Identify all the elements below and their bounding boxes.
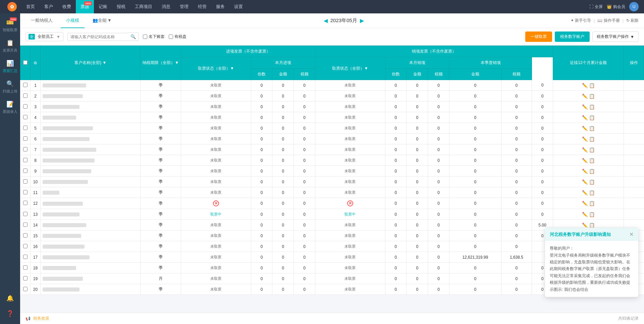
search-input[interactable] bbox=[67, 33, 128, 41]
nav-ticket[interactable]: 票据 new bbox=[76, 0, 94, 13]
nav-fee[interactable]: 收费 bbox=[58, 0, 76, 13]
nav-manage[interactable]: 管理 bbox=[175, 0, 193, 13]
op-copy-icon[interactable]: 📋 bbox=[589, 201, 595, 206]
user-avatar[interactable]: U bbox=[629, 2, 639, 11]
header-in-status[interactable]: 取票状态（全部）▼ bbox=[181, 57, 251, 80]
sidebar-item-invoice-open[interactable]: 📋 发票开具 bbox=[1, 37, 19, 56]
tax-digital-account-ops-button[interactable]: 税务数字账户操作 ▼ bbox=[592, 31, 639, 42]
nav-service[interactable]: 服务 bbox=[211, 0, 229, 13]
op-copy-icon[interactable]: 📋 bbox=[589, 126, 595, 131]
op-copy-icon[interactable]: 📋 bbox=[589, 222, 595, 228]
row-checkbox[interactable] bbox=[23, 276, 28, 280]
employee-select[interactable]: 全 全部员工 ▼ bbox=[25, 32, 63, 41]
op-edit-icon[interactable]: ✏️ bbox=[582, 83, 588, 88]
sidebar-item-scan-upload[interactable]: 🔍 扫描上传 bbox=[1, 77, 19, 96]
sub-tab-general-taxpayer[interactable]: 一般纳税人 bbox=[25, 13, 58, 28]
settings-col-icon[interactable]: ⚙ bbox=[34, 61, 37, 65]
sidebar-bottom-bell[interactable]: 🔔 bbox=[1, 292, 19, 305]
search-button[interactable]: 🔍 bbox=[128, 33, 139, 41]
nav-settings[interactable]: 设置 bbox=[229, 0, 248, 13]
row-checkbox[interactable] bbox=[23, 265, 28, 270]
sub-tab-small-scale[interactable]: 小规模 bbox=[61, 13, 85, 28]
date-prev-arrow[interactable]: ◀ bbox=[324, 17, 328, 24]
sidebar-bottom-help[interactable]: ❓ bbox=[1, 307, 19, 320]
operation-manual-link[interactable]: 📖 操作手册 bbox=[597, 18, 620, 23]
refresh-link[interactable]: ↻ 刷新 bbox=[626, 18, 639, 23]
op-edit-icon[interactable]: ✏️ bbox=[582, 212, 588, 217]
date-next-arrow[interactable]: ▶ bbox=[360, 17, 364, 24]
op-copy-icon[interactable]: 📋 bbox=[589, 83, 595, 88]
op-edit-icon[interactable]: ✏️ bbox=[582, 190, 588, 195]
my-accounts-checkbox[interactable]: 名下账套 bbox=[143, 34, 165, 40]
row-checkbox[interactable] bbox=[23, 179, 28, 184]
op-edit-icon[interactable]: ✏️ bbox=[582, 126, 588, 131]
op-copy-icon[interactable]: 📋 bbox=[589, 147, 595, 152]
tax-policy-link[interactable]: 税务政策 bbox=[33, 316, 49, 321]
op-edit-icon[interactable]: ✏️ bbox=[582, 115, 588, 120]
row-checkbox[interactable] bbox=[23, 201, 28, 205]
row-12month: 0 bbox=[532, 144, 553, 155]
op-copy-icon[interactable]: 📋 bbox=[589, 158, 595, 163]
row-checkbox[interactable] bbox=[23, 147, 28, 151]
op-copy-icon[interactable]: 📋 bbox=[589, 104, 595, 110]
row-checkbox[interactable] bbox=[23, 233, 28, 238]
op-edit-icon[interactable]: ✏️ bbox=[582, 104, 588, 110]
my-accounts-checkbox-input[interactable] bbox=[143, 35, 147, 39]
nav-business[interactable]: 工商项目 bbox=[130, 0, 157, 13]
new-user-guide-link[interactable]: ✦ 新手引导 bbox=[571, 18, 591, 23]
row-checkbox[interactable] bbox=[23, 93, 28, 98]
header-customer-col[interactable]: 客户名称(全部) ▼ bbox=[41, 46, 141, 80]
row-checkbox[interactable] bbox=[23, 169, 28, 173]
row-checkbox[interactable] bbox=[23, 126, 28, 130]
row-checkbox[interactable] bbox=[23, 287, 28, 291]
row-checkbox[interactable] bbox=[23, 222, 28, 227]
sidebar-item-ticket-summary[interactable]: 📊 票据汇总 bbox=[1, 57, 19, 76]
nav-accounting[interactable]: 记账 bbox=[94, 0, 112, 13]
row-checkbox[interactable] bbox=[23, 83, 28, 87]
sub-tab-all[interactable]: 👥 全能 ▼ bbox=[87, 13, 117, 28]
op-copy-icon[interactable]: 📋 bbox=[589, 115, 595, 120]
row-checkbox[interactable] bbox=[23, 190, 28, 194]
op-edit-icon[interactable]: ✏️ bbox=[582, 147, 588, 152]
select-all-checkbox[interactable] bbox=[23, 60, 28, 65]
op-edit-icon[interactable]: ✏️ bbox=[582, 201, 588, 206]
nav-home[interactable]: 首页 bbox=[21, 0, 40, 13]
fullscreen-button[interactable]: ⛶ 全屏 bbox=[589, 4, 603, 10]
sidebar-item-smart-ticket[interactable]: new 🎫 智能取票 bbox=[1, 16, 19, 35]
op-edit-icon[interactable]: ✏️ bbox=[582, 136, 588, 142]
op-copy-icon[interactable]: 📋 bbox=[589, 190, 595, 195]
nav-tax[interactable]: 报税 bbox=[112, 0, 130, 13]
op-edit-icon[interactable]: ✏️ bbox=[582, 169, 588, 174]
row-checkbox[interactable] bbox=[23, 115, 28, 119]
op-edit-icon[interactable]: ✏️ bbox=[582, 93, 588, 99]
one-click-fetch-button[interactable]: 一键取票 bbox=[525, 31, 552, 42]
header-tax-period-col[interactable]: 纳税期限（全部）▼ bbox=[141, 46, 181, 80]
nav-message[interactable]: 消息 bbox=[157, 0, 175, 13]
notification-close-button[interactable]: ✕ bbox=[629, 231, 634, 238]
op-copy-icon[interactable]: 📋 bbox=[589, 179, 595, 185]
has-tax-disk-checkbox[interactable]: 有税盘 bbox=[169, 34, 186, 40]
header-out-status[interactable]: 取票状态（全部）▼ bbox=[315, 57, 385, 80]
row-in-tax: 0 bbox=[294, 252, 315, 263]
tax-digital-account-button[interactable]: 税务数字账户 bbox=[555, 31, 590, 42]
op-copy-icon[interactable]: 📋 bbox=[589, 93, 595, 99]
op-edit-icon[interactable]: ✏️ bbox=[582, 222, 588, 228]
nav-operation[interactable]: 经营 bbox=[193, 0, 211, 13]
row-checkbox[interactable] bbox=[23, 212, 28, 216]
row-out-count: 0 bbox=[385, 198, 407, 209]
op-edit-icon[interactable]: ✏️ bbox=[582, 158, 588, 163]
nav-customer[interactable]: 客户 bbox=[40, 0, 58, 13]
has-tax-disk-checkbox-input[interactable] bbox=[169, 35, 173, 39]
member-button[interactable]: 👑 购会员 bbox=[607, 4, 625, 10]
row-checkbox[interactable] bbox=[23, 244, 28, 248]
op-edit-icon[interactable]: ✏️ bbox=[582, 179, 588, 185]
op-copy-icon[interactable]: 📋 bbox=[589, 169, 595, 174]
op-copy-icon[interactable]: 📋 bbox=[589, 136, 595, 142]
sidebar-item-ticket-entry[interactable]: 📝 票据录入 bbox=[1, 98, 19, 117]
row-checkbox[interactable] bbox=[23, 104, 28, 109]
row-checkbox[interactable] bbox=[23, 158, 28, 162]
op-copy-icon[interactable]: 📋 bbox=[589, 212, 595, 217]
row-checkbox[interactable] bbox=[23, 136, 28, 141]
row-in-amount: 0 bbox=[272, 187, 294, 198]
row-checkbox[interactable] bbox=[23, 255, 28, 259]
